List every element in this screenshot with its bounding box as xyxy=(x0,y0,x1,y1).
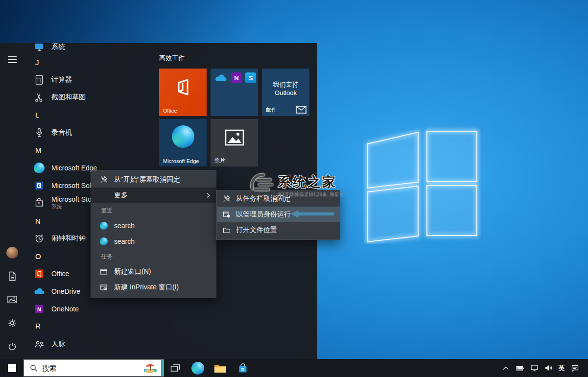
app-list-item-office[interactable]: Office xyxy=(33,268,69,280)
app-list-letter-o[interactable]: O xyxy=(35,252,41,260)
settings-gear-icon[interactable] xyxy=(6,317,18,329)
menu-item-label: 新建窗口(N) xyxy=(114,267,151,276)
menu-item-label: 打开文件位置 xyxy=(236,226,277,235)
tray-volume-icon[interactable] xyxy=(542,359,555,377)
app-list-item-alarms-clock[interactable]: 闹钟和时钟 xyxy=(33,233,86,244)
menu-item-new-window[interactable]: 新建窗口(N) xyxy=(91,264,216,280)
power-icon[interactable] xyxy=(6,341,18,353)
pictures-icon[interactable] xyxy=(6,294,18,306)
app-label: Office xyxy=(51,270,69,278)
tile-mail[interactable]: 我们支持 Outlook 邮件 xyxy=(262,69,309,116)
system-icon xyxy=(33,43,45,53)
tray-battery-icon[interactable] xyxy=(514,359,526,377)
screen: 系统 J 计算器 截图和草图 L 录音机 xyxy=(0,0,588,377)
tile-group-header[interactable]: 高效工作 xyxy=(159,54,185,63)
search-icon xyxy=(30,364,38,372)
solitaire-icon xyxy=(33,180,45,191)
microsoft-store-icon xyxy=(33,197,45,209)
app-label: OneNote xyxy=(51,305,79,313)
onenote-icon: N xyxy=(231,72,242,83)
start-button[interactable] xyxy=(0,359,24,377)
tray-chevron-up-icon[interactable] xyxy=(499,359,512,377)
system-tray: 英 xyxy=(499,359,588,377)
tile-microsoft-edge[interactable]: Microsoft Edge xyxy=(159,119,207,166)
tile-office[interactable]: Office xyxy=(159,69,207,116)
calculator-icon xyxy=(33,74,45,86)
app-list-letter-m[interactable]: M xyxy=(35,146,42,154)
tray-network-icon[interactable] xyxy=(528,359,541,377)
onenote-icon: N xyxy=(33,303,45,315)
app-list-letter-r[interactable]: R xyxy=(35,322,41,330)
app-list-letter-l[interactable]: L xyxy=(35,111,39,119)
app-list-item-microsoft-edge[interactable]: Microsoft Edge xyxy=(33,162,97,174)
inprivate-window-icon xyxy=(100,283,108,291)
taskbar-store-button[interactable] xyxy=(232,359,254,377)
search-accent-strip xyxy=(161,360,164,376)
microsoft-edge-icon xyxy=(33,162,45,174)
microsoft-store-icon xyxy=(237,363,248,374)
taskbar-edge-button[interactable] xyxy=(187,359,209,377)
app-list-item-calculator[interactable]: 计算器 xyxy=(33,74,72,86)
windows-logo-icon xyxy=(8,364,16,372)
tile-label: Microsoft Edge xyxy=(163,158,199,164)
snip-sketch-icon xyxy=(33,92,45,103)
windows-wallpaper-logo xyxy=(363,124,481,244)
menu-item-new-inprivate-window[interactable]: 新建 InPrivate 窗口(I) xyxy=(91,280,216,295)
menu-item-recent-search-2[interactable]: search xyxy=(91,234,216,249)
app-label: 计算器 xyxy=(51,75,72,84)
user-avatar[interactable] xyxy=(6,247,18,259)
edge-context-menu: 从“开始”屏幕取消固定 更多 最近 search search 任务 新建窗口(… xyxy=(91,170,216,298)
taskbar: 英 xyxy=(0,359,588,377)
start-menu-rail xyxy=(0,43,24,359)
taskbar-file-explorer-button[interactable] xyxy=(209,359,232,377)
open-file-location-icon xyxy=(223,226,231,234)
onedrive-cloud-icon xyxy=(214,73,228,83)
app-list-item-snip-sketch[interactable]: 截图和草图 xyxy=(33,92,86,103)
tile-mail-message: 我们支持 Outlook xyxy=(262,80,309,97)
skype-icon: S xyxy=(245,72,256,83)
submenu-item-unpin-from-taskbar[interactable]: 从任务栏取消固定 xyxy=(217,191,340,207)
menu-section-tasks: 任务 xyxy=(91,249,216,264)
app-list-item-voice-recorder[interactable]: 录音机 xyxy=(33,127,72,139)
menu-item-recent-search-1[interactable]: search xyxy=(91,218,216,234)
annotation-arrow xyxy=(290,209,335,219)
menu-section-recent: 最近 xyxy=(91,203,216,218)
menu-item-label: 从“开始”屏幕取消固定 xyxy=(114,175,180,184)
app-label: 人脉 xyxy=(51,340,65,349)
menu-item-label: 从任务栏取消固定 xyxy=(236,194,291,203)
menu-item-unpin-from-start[interactable]: 从“开始”屏幕取消固定 xyxy=(91,172,216,188)
edge-search-icon xyxy=(100,237,108,245)
documents-icon[interactable] xyxy=(6,270,18,282)
app-list-item-onedrive[interactable]: OneDrive xyxy=(33,285,80,297)
tile-photos[interactable]: 照片 xyxy=(211,119,258,166)
chevron-right-icon xyxy=(205,192,211,198)
voice-recorder-icon xyxy=(33,127,45,139)
submenu-item-open-file-location[interactable]: 打开文件位置 xyxy=(217,222,340,238)
app-list-item-system[interactable]: 系统 xyxy=(33,43,65,53)
app-list-item-microsoft-store[interactable]: Microsoft Store 系统 xyxy=(33,192,97,213)
menu-item-more[interactable]: 更多 xyxy=(91,188,216,203)
tray-ime-indicator[interactable]: 英 xyxy=(556,359,567,377)
app-label: 录音机 xyxy=(51,128,72,137)
app-list-letter-j[interactable]: J xyxy=(35,58,39,67)
people-icon xyxy=(33,338,45,350)
menu-item-label: 新建 InPrivate 窗口(I) xyxy=(114,283,179,292)
app-list-item-people[interactable]: 人脉 xyxy=(33,338,65,350)
microsoft-edge-icon xyxy=(172,125,194,150)
onedrive-icon xyxy=(33,285,45,297)
tile-label: 照片 xyxy=(214,157,225,164)
app-label: 系统 xyxy=(51,43,65,51)
hamburger-icon[interactable] xyxy=(6,54,18,66)
task-view-button[interactable] xyxy=(164,359,187,377)
taskbar-search[interactable] xyxy=(24,359,164,377)
tile-office-suite[interactable]: N S xyxy=(211,69,258,116)
search-input[interactable] xyxy=(42,364,144,372)
app-list-letter-n[interactable]: N xyxy=(35,217,41,225)
app-list-item-onenote[interactable]: N OneNote xyxy=(33,303,79,315)
office-icon xyxy=(33,268,45,280)
search-highlight-icon[interactable] xyxy=(144,362,157,374)
tray-action-center-icon[interactable] xyxy=(568,359,581,377)
app-label: 截图和草图 xyxy=(51,93,86,102)
menu-item-label: search xyxy=(114,237,135,245)
microsoft-edge-icon xyxy=(191,362,204,375)
